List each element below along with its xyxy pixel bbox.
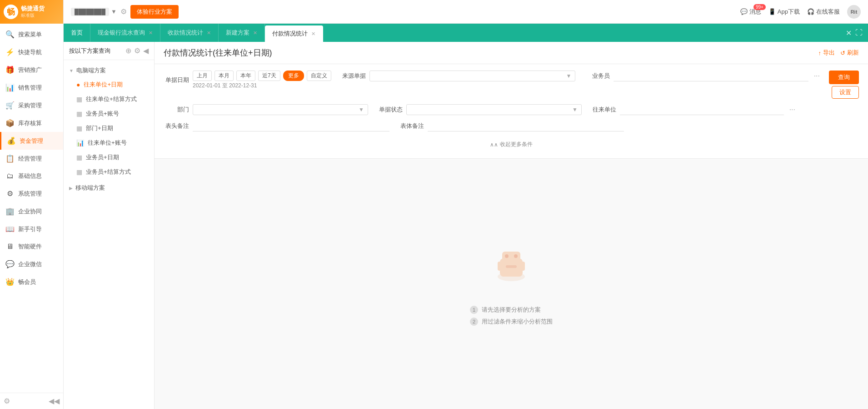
collapse-panel-icon[interactable]: ◀ (143, 46, 149, 55)
tab-receive-close[interactable]: ✕ (207, 30, 211, 36)
left-panel-actions: ⊕ ⚙ ◀ (125, 46, 149, 55)
mobile-group-arrow: ▶ (69, 186, 73, 191)
filter-headnote-input[interactable] (193, 121, 389, 131)
tab-home[interactable]: 首页 (64, 24, 90, 42)
date-btn-this-year[interactable]: 本年 (236, 71, 255, 81)
tab-payment[interactable]: 付款情况统计 ✕ (265, 25, 323, 42)
page-actions: ↑ 导出 ↺ 刷新 (818, 49, 859, 57)
filter-bodynote-input[interactable] (428, 121, 624, 131)
tab-home-label: 首页 (71, 29, 83, 37)
sidebar-item-finance[interactable]: 💰 资金管理 (0, 132, 63, 150)
tab-bank[interactable]: 现金银行流水查询 ✕ (90, 24, 160, 42)
main-area: ████████ ▼ ⚙ 体验行业方案 💬 消息 99+ 📱 App下载 🎧 在… (64, 0, 868, 409)
query-button[interactable]: 查询 (829, 71, 859, 84)
sidebar-item-system[interactable]: ⚙ 系统管理 (0, 185, 63, 202)
sidebar-marketing-label: 营销推广 (18, 66, 42, 74)
setting-button[interactable]: 设置 (832, 86, 859, 99)
scheme-item-salesman-account[interactable]: ▦ 业务员+账号 (64, 106, 154, 121)
refresh-icon: ↺ (840, 50, 845, 56)
export-label: 导出 (823, 49, 835, 57)
sidebar-item-sales[interactable]: 📊 销售管理 (0, 79, 63, 96)
sidebar-item-search[interactable]: 🔍 搜索菜单 (0, 25, 63, 43)
filter-salesman-input[interactable] (614, 71, 808, 81)
refresh-button[interactable]: ↺ 刷新 (840, 49, 859, 57)
filter-bodynote-label: 表体备注 (399, 122, 424, 130)
scheme-dept-date-label: 部门+日期 (86, 124, 113, 132)
avatar[interactable]: Rit (847, 5, 861, 19)
sidebar-item-hardware[interactable]: 🖥 智能硬件 (0, 238, 63, 255)
scheme-chart-icon: 📊 (76, 139, 84, 146)
scheme-item-salesman-settle[interactable]: ▦ 业务员+结算方式 (64, 165, 154, 179)
sidebar-item-operation[interactable]: 📋 经营管理 (0, 150, 63, 167)
scheme-item-salesman-date[interactable]: ▦ 业务员+日期 (64, 150, 154, 165)
topbar-gear-icon[interactable]: ⚙ (120, 7, 127, 16)
scheme-group-mobile-header[interactable]: ▶ 移动端方案 (64, 181, 154, 195)
marketing-icon: 🎁 (5, 66, 15, 74)
tab-receive[interactable]: 收款情况统计 ✕ (160, 24, 219, 42)
scheme-item-partner-date[interactable]: ● 往来单位+日期 (64, 77, 154, 92)
collapse-label: 收起更多条件 (500, 141, 533, 148)
date-btn-custom[interactable]: 自定义 (307, 71, 331, 81)
topbar-message[interactable]: 💬 消息 99+ (740, 8, 761, 16)
scheme-group-desktop-header[interactable]: ▼ 电脑端方案 (64, 64, 154, 77)
filter-dept-select[interactable]: ▼ (193, 104, 368, 115)
sidebar-header: 畅 畅捷通货 标准版 (0, 0, 63, 24)
sidebar-item-basic[interactable]: 🗂 基础信息 (0, 167, 63, 185)
date-btn-last-month[interactable]: 上月 (193, 71, 212, 81)
topbar-app-download[interactable]: 📱 App下载 (768, 8, 800, 16)
system-icon: ⚙ (5, 189, 15, 198)
sidebar-brand: 畅捷通货 (21, 5, 45, 12)
date-btn-7days[interactable]: 近7天 (258, 71, 280, 81)
sidebar-item-member[interactable]: 👑 畅会员 (0, 273, 63, 291)
tab-new[interactable]: 新建方案 ✕ (219, 24, 265, 42)
filter-docstatus-select[interactable]: ▼ (406, 104, 582, 115)
maximize-icon[interactable]: ⛶ (855, 29, 863, 37)
close-all-tabs-icon[interactable]: ✕ (846, 29, 852, 37)
left-panel-title: 按以下方案查询 (69, 47, 110, 55)
sidebar-item-shortcut[interactable]: ⚡ 快捷导航 (0, 43, 63, 61)
collapse-bar[interactable]: ∧∧ 收起更多条件 (164, 137, 859, 152)
tab-new-label: 新建方案 (226, 29, 249, 37)
add-scheme-icon[interactable]: ⊕ (125, 46, 131, 55)
purchase-icon: 🛒 (5, 101, 15, 110)
finance-icon: 💰 (7, 136, 16, 145)
date-btn-more[interactable]: 更多 (283, 71, 304, 81)
svg-point-3 (505, 254, 509, 258)
scheme-item-partner-settle[interactable]: ▦ 往来单位+结算方式 (64, 92, 154, 106)
sidebar-item-enterprise[interactable]: 🏢 企业协同 (0, 202, 63, 220)
export-button[interactable]: ↑ 导出 (818, 49, 835, 57)
sidebar-item-purchase[interactable]: 🛒 采购管理 (0, 96, 63, 114)
sidebar-item-inventory[interactable]: 📦 库存核算 (0, 114, 63, 132)
sidebar-guide-label: 新手引导 (18, 225, 42, 233)
left-panel-body: ▼ 电脑端方案 ● 往来单位+日期 ▦ 往来单位+结算方式 ▦ 业务员+账号 (64, 60, 154, 409)
scheme-table-icon-2: ▦ (76, 110, 82, 117)
scheme-item-partner-account[interactable]: 📊 往来单位+账号 (64, 136, 154, 150)
sidebar-item-wechat[interactable]: 💬 企业微信 (0, 255, 63, 273)
settings-footer-icon[interactable]: ⚙ (4, 397, 10, 405)
scheme-group-mobile: ▶ 移动端方案 (64, 181, 154, 195)
tab-new-close[interactable]: ✕ (253, 30, 257, 36)
date-btn-this-month[interactable]: 本月 (215, 71, 234, 81)
scheme-item-dept-date[interactable]: ▦ 部门+日期 (64, 121, 154, 136)
sidebar-item-marketing[interactable]: 🎁 营销推广 (0, 61, 63, 79)
filter-dept-col: 部门 ▼ (164, 104, 368, 115)
mobile-group-label: 移动端方案 (75, 184, 105, 192)
filter-bodynote-col: 表体备注 (399, 121, 624, 131)
scheme-partner-settle-label: 往来单位+结算方式 (86, 95, 137, 103)
sidebar-item-guide[interactable]: 📖 新手引导 (0, 220, 63, 238)
collapse-sidebar-icon[interactable]: ◀◀ (49, 397, 60, 405)
filter-partner-input[interactable] (620, 104, 784, 115)
empty-tip-1: 1 请先选择要分析的方案 (470, 306, 553, 314)
trial-button[interactable]: 体验行业方案 (130, 5, 179, 19)
content-area: 按以下方案查询 ⊕ ⚙ ◀ ▼ 电脑端方案 ● 往来单位+日期 (64, 42, 868, 409)
topbar-online-service[interactable]: 🎧 在线客服 (807, 8, 840, 16)
settings-scheme-icon[interactable]: ⚙ (134, 46, 140, 55)
tab-payment-close[interactable]: ✕ (311, 31, 315, 37)
partner-dots-icon[interactable]: ··· (789, 106, 795, 114)
tab-bank-close[interactable]: ✕ (149, 30, 153, 36)
salesman-dots-icon[interactable]: ··· (814, 72, 820, 80)
filter-date-label: 单据日期 (164, 76, 189, 84)
filter-docstatus-col: 单据状态 ▼ (377, 104, 582, 115)
filter-source-select[interactable]: ▼ (369, 71, 576, 81)
topbar-company-select[interactable]: ████████ ▼ (71, 8, 117, 16)
